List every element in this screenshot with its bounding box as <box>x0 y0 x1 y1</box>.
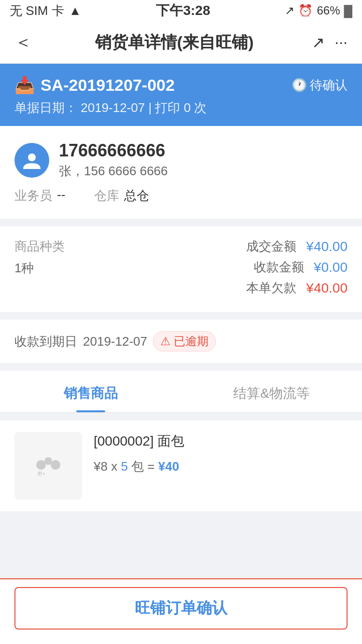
product-section: 野+ [0000002] 面包 ¥8 x 5 包 = ¥40 <box>0 420 362 511</box>
status-left: 无 SIM 卡 ▲ <box>10 2 81 19</box>
due-label: 收款到期日 <box>14 333 77 350</box>
product-price: ¥8 x 5 包 = ¥40 <box>94 458 348 475</box>
wifi-icon: ▲ <box>69 3 82 18</box>
carrier-text: 无 SIM 卡 <box>10 2 64 19</box>
owed-row: 本单欠款 ¥40.00 <box>246 280 348 296</box>
back-button[interactable]: ＜ <box>14 26 37 59</box>
amount-label: 成交金额 <box>246 238 296 255</box>
product-info: [0000002] 面包 ¥8 x 5 包 = ¥40 <box>94 432 348 475</box>
order-header: 📥 SA-20191207-002 🕐 待确认 单据日期： 2019-12-07… <box>0 64 362 126</box>
order-status-text: 待确认 <box>310 77 348 94</box>
share-icon[interactable]: ↗ <box>312 33 325 52</box>
battery-text: 66% <box>317 4 340 17</box>
tab-settlement[interactable]: 结算&物流等 <box>181 371 362 412</box>
received-value: ¥0.00 <box>314 260 348 275</box>
date-value: 2019-12-07 <box>81 100 145 115</box>
print-count: 打印 0 次 <box>155 100 207 115</box>
inbox-icon: 📥 <box>14 75 35 95</box>
due-date-value: 2019-12-07 <box>83 334 147 349</box>
kinds-value: 1种 <box>14 260 34 277</box>
amount-value: ¥40.00 <box>306 239 348 254</box>
kinds-value-row: 1种 <box>14 260 65 277</box>
nav-bar: ＜ 销货单详情(来自旺铺) ↗ ··· <box>0 21 362 64</box>
customer-name: 张，156 6666 6666 <box>59 163 168 180</box>
svg-point-3 <box>44 457 52 465</box>
equals-sign: = <box>147 459 158 474</box>
tab-sales-products[interactable]: 销售商品 <box>0 371 181 412</box>
product-quantity: 5 <box>121 459 127 474</box>
received-row: 收款金额 ¥0.00 <box>246 259 348 276</box>
svg-point-2 <box>51 460 60 470</box>
date-separator: | <box>148 100 155 115</box>
tab-sales-products-label: 销售商品 <box>64 386 118 401</box>
due-section: 收款到期日 2019-12-07 ⚠ 已逾期 <box>0 320 362 363</box>
product-total: ¥40 <box>158 459 179 474</box>
customer-meta: 业务员 -- 仓库 总仓 <box>14 187 348 204</box>
warehouse-value: 总仓 <box>124 187 149 204</box>
tabs: 销售商品 结算&物流等 <box>0 371 362 413</box>
confirm-order-button[interactable]: 旺铺订单确认 <box>14 587 348 630</box>
alarm-icon: ⏰ <box>298 4 313 17</box>
order-status: 🕐 待确认 <box>292 77 348 94</box>
battery-icon: ▓ <box>344 4 353 17</box>
product-code: [0000002] <box>94 434 154 448</box>
location-icon: ↗ <box>285 4 294 17</box>
product-thumbnail: 野+ <box>14 432 82 500</box>
svg-point-0 <box>28 154 36 161</box>
order-id-text: SA-20191207-002 <box>41 76 175 95</box>
summary-right: 成交金额 ¥40.00 收款金额 ¥0.00 本单欠款 ¥40.00 <box>246 238 348 300</box>
warehouse-label: 仓库 <box>94 187 119 204</box>
status-time: 下午3:28 <box>156 1 210 20</box>
order-id: 📥 SA-20191207-002 <box>14 75 175 95</box>
price-separator: x <box>111 459 121 474</box>
avatar <box>14 143 49 178</box>
nav-actions: ↗ ··· <box>312 33 348 52</box>
more-icon[interactable]: ··· <box>334 33 348 51</box>
product-name-text: 面包 <box>157 434 184 448</box>
customer-section: 17666666666 张，156 6666 6666 业务员 -- 仓库 总仓 <box>0 126 362 219</box>
order-header-top: 📥 SA-20191207-002 🕐 待确认 <box>14 75 348 95</box>
amount-row: 成交金额 ¥40.00 <box>246 238 348 255</box>
salesperson-label: 业务员 <box>14 187 52 204</box>
tab-settlement-label: 结算&物流等 <box>233 386 310 401</box>
owed-value: ¥40.00 <box>306 280 348 296</box>
status-bar: 无 SIM 卡 ▲ 下午3:28 ↗ ⏰ 66% ▓ <box>0 0 362 21</box>
customer-top: 17666666666 张，156 6666 6666 <box>14 140 348 180</box>
page-title: 销货单详情(来自旺铺) <box>37 31 312 54</box>
clock-icon: 🕐 <box>292 78 307 93</box>
bottom-bar: 旺铺订单确认 <box>0 578 362 644</box>
customer-phone: 17666666666 <box>59 140 168 161</box>
price-value: ¥8 <box>94 459 108 474</box>
customer-phone-block: 17666666666 张，156 6666 6666 <box>59 140 168 180</box>
status-right: ↗ ⏰ 66% ▓ <box>285 4 352 17</box>
date-label: 单据日期： <box>14 100 77 115</box>
salesperson-value: -- <box>57 187 65 204</box>
kinds-label: 商品种类 <box>14 238 65 255</box>
confirm-button-label: 旺铺订单确认 <box>135 598 227 619</box>
svg-text:野+: 野+ <box>38 471 45 476</box>
order-date: 单据日期： 2019-12-07 | 打印 0 次 <box>14 99 348 116</box>
product-unit: 包 <box>131 459 144 474</box>
warehouse-item: 仓库 总仓 <box>94 187 149 204</box>
owed-label: 本单欠款 <box>246 280 296 296</box>
summary-left: 商品种类 1种 <box>14 238 65 277</box>
received-label: 收款金额 <box>254 259 304 276</box>
product-name: [0000002] 面包 <box>94 432 348 450</box>
overdue-text: 已逾期 <box>174 334 209 349</box>
salesperson-item: 业务员 -- <box>14 187 65 204</box>
overdue-badge: ⚠ 已逾期 <box>153 331 216 351</box>
summary-section: 商品种类 1种 成交金额 ¥40.00 收款金额 ¥0.00 本单欠款 ¥40.… <box>0 226 362 312</box>
warning-icon: ⚠ <box>160 335 171 348</box>
svg-point-1 <box>36 460 46 470</box>
